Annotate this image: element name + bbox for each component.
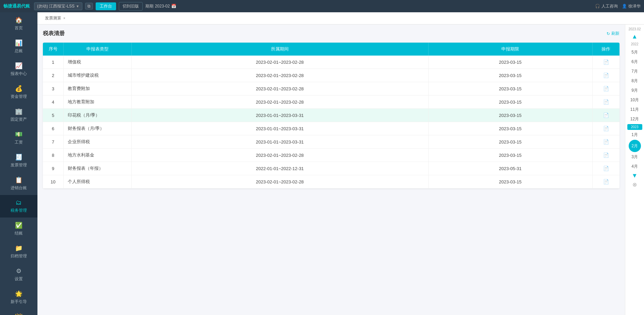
main-panel: 税表清册 ↻ 刷新 序号 申报表类型 所属期间 申报期限 操作 — [37, 25, 625, 315]
sidebar-item-设置[interactable]: ⚙ 设置 — [0, 263, 37, 286]
cell-action: 📄 — [592, 135, 619, 149]
date-panel-collapse-btn[interactable]: ⊗ — [632, 181, 637, 188]
cell-no: 4 — [43, 95, 63, 109]
table-row: 3 教育费附加 2023-02-01~2023-02-28 2023-03-15… — [43, 82, 619, 95]
cell-type: 财务报表（月/季） — [63, 122, 131, 135]
sidebar-icon-6: 🧾 — [15, 153, 22, 161]
tab-close-4[interactable]: × — [63, 16, 65, 20]
cell-no: 9 — [43, 162, 63, 175]
action-doc-icon[interactable]: 📄 — [603, 179, 609, 184]
cell-no: 1 — [43, 56, 63, 69]
month-2023-2月[interactable]: 2月 — [629, 140, 641, 152]
month-2023-3月[interactable]: 3月 — [627, 152, 642, 162]
cell-action: 📄 — [592, 175, 619, 189]
month-2022-5月[interactable]: 5月 — [627, 48, 642, 57]
cell-type: 企业所得税 — [63, 135, 131, 149]
month-2022-11月[interactable]: 11月 — [627, 105, 642, 114]
sidebar-label-0: 首页 — [15, 25, 23, 31]
refresh-button[interactable]: ↻ 刷新 — [607, 31, 619, 36]
action-doc-icon[interactable]: 📄 — [603, 152, 609, 158]
cell-type: 个人所得税 — [63, 175, 131, 189]
cell-period: 2023-02-01~2023-02-28 — [131, 149, 428, 162]
cell-period: 2023-01-01~2023-03-31 — [131, 109, 428, 122]
page-title: 税表清册 — [43, 30, 65, 37]
workbench-button[interactable]: 工作台 — [96, 2, 116, 10]
company-dropdown-icon: ▼ — [76, 4, 79, 8]
cell-no: 8 — [43, 149, 63, 162]
sidebar-item-工资[interactable]: 💵 工资 — [0, 126, 37, 149]
year-label-2023[interactable]: 2023 — [627, 124, 642, 130]
date-panel-up-nav[interactable]: ▲ — [631, 32, 639, 41]
company-selector[interactable]: (勿动) 江西报宝-LSS ▼ — [34, 2, 82, 10]
month-2022-7月[interactable]: 7月 — [627, 67, 642, 76]
sidebar-icon-10: 📁 — [15, 244, 22, 252]
action-doc-icon[interactable]: 📄 — [603, 99, 609, 105]
table-row: 2 城市维护建设税 2023-02-01~2023-02-28 2023-03-… — [43, 69, 619, 82]
cell-period: 2023-02-01~2023-02-28 — [131, 175, 428, 189]
sidebar-item-固定资产[interactable]: 🏢 固定资产 — [0, 104, 37, 126]
sidebar-item-总账[interactable]: 📊 总账 — [0, 35, 37, 58]
cell-period: 2023-02-01~2023-02-28 — [131, 56, 428, 69]
period-display: 期期 2023-02 📅 — [145, 3, 176, 9]
sidebar-item-畅会员[interactable]: 👑 畅会员 — [0, 309, 37, 315]
customer-service[interactable]: 🎧 人工咨询 — [595, 3, 618, 9]
sidebar-item-资金管理[interactable]: 💰 资金管理 — [0, 81, 37, 104]
calendar-icon: 📅 — [171, 4, 176, 9]
action-doc-icon[interactable]: 📄 — [603, 112, 609, 118]
action-doc-icon[interactable]: 📄 — [603, 73, 609, 78]
cell-action: 📄 — [592, 56, 619, 69]
month-2022-9月[interactable]: 9月 — [627, 86, 642, 95]
cell-no: 3 — [43, 82, 63, 95]
table-row: 7 企业所得税 2023-01-01~2023-03-31 2023-03-15… — [43, 135, 619, 149]
sidebar: 🏠 首页📊 总账📈 报表中心💰 资金管理🏢 固定资产💵 工资🧾 发票管理📋 进销… — [0, 12, 37, 315]
action-doc-icon[interactable]: 📄 — [603, 59, 609, 65]
cell-deadline: 2023-03-15 — [428, 149, 592, 162]
cell-no: 10 — [43, 175, 63, 189]
cell-no: 6 — [43, 122, 63, 135]
action-doc-icon[interactable]: 📄 — [603, 139, 609, 145]
sidebar-item-发票管理[interactable]: 🧾 发票管理 — [0, 149, 37, 172]
sidebar-icon-3: 💰 — [15, 85, 22, 92]
sidebar-item-归档管理[interactable]: 📁 归档管理 — [0, 240, 37, 263]
action-doc-icon[interactable]: 📄 — [603, 126, 609, 131]
cell-type: 增值税 — [63, 56, 131, 69]
month-2023-4月[interactable]: 4月 — [627, 162, 642, 171]
month-2022-8月[interactable]: 8月 — [627, 76, 642, 86]
month-2023-1月[interactable]: 1月 — [627, 130, 642, 139]
username: 徐泽华 — [628, 3, 641, 9]
copy-icon-btn[interactable]: ⧉ — [85, 3, 93, 10]
action-doc-icon[interactable]: 📄 — [603, 86, 609, 91]
headset-icon: 🎧 — [595, 4, 600, 9]
cell-deadline: 2023-03-15 — [428, 56, 592, 69]
sidebar-icon-13: 👑 — [15, 313, 22, 315]
sidebar-item-进销台账[interactable]: 📋 进销台账 — [0, 172, 37, 195]
tab-发票测算[interactable]: 发票测算× — [41, 13, 78, 23]
sidebar-item-首页[interactable]: 🏠 首页 — [0, 12, 37, 35]
sidebar-label-3: 资金管理 — [11, 94, 27, 100]
sidebar-item-税务管理[interactable]: 🗂 税务管理 — [0, 195, 37, 217]
switch-old-button[interactable]: 切到旧版 — [119, 2, 143, 11]
user-profile[interactable]: 👤 徐泽华 — [622, 3, 641, 9]
top-bar-right: 🎧 人工咨询 👤 徐泽华 — [595, 3, 641, 9]
cell-deadline: 2023-03-15 — [428, 135, 592, 149]
cell-action: 📄 — [592, 162, 619, 175]
month-2022-12月[interactable]: 12月 — [627, 115, 642, 124]
cell-type: 印花税（月/季） — [63, 109, 131, 122]
sidebar-item-新手引导[interactable]: 🌟 新手引导 — [0, 286, 37, 309]
year-label-2022[interactable]: 2022 — [627, 41, 642, 47]
action-doc-icon[interactable]: 📄 — [603, 166, 609, 171]
page-header: 税表清册 ↻ 刷新 — [43, 30, 619, 37]
cell-no: 5 — [43, 109, 63, 122]
sidebar-label-7: 进销台账 — [11, 185, 27, 191]
table-header-row: 序号 申报表类型 所属期间 申报期限 操作 — [43, 43, 619, 56]
cell-type: 地方教育附加 — [63, 95, 131, 109]
cell-deadline: 2023-03-15 — [428, 109, 592, 122]
cell-period: 2023-01-01~2023-03-31 — [131, 122, 428, 135]
cell-action: 📄 — [592, 122, 619, 135]
sidebar-item-结账[interactable]: ✅ 结账 — [0, 217, 37, 240]
page-content: 税表清册 ↻ 刷新 序号 申报表类型 所属期间 申报期限 操作 — [37, 25, 644, 315]
month-2022-6月[interactable]: 6月 — [627, 57, 642, 66]
sidebar-item-报表中心[interactable]: 📈 报表中心 — [0, 58, 37, 81]
date-panel-down-nav[interactable]: ▼ — [631, 171, 639, 180]
month-2022-10月[interactable]: 10月 — [627, 95, 642, 105]
